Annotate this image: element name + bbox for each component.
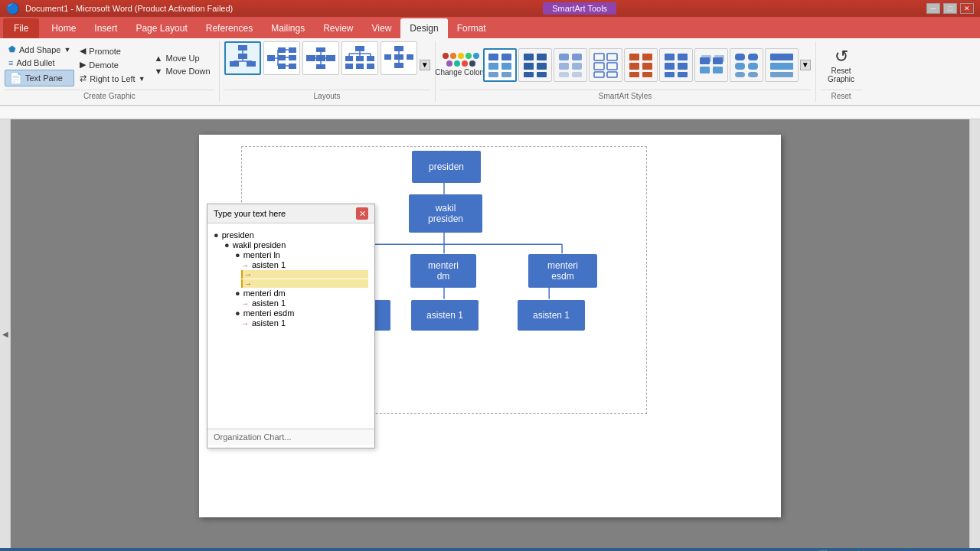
- org-node-menteri-dm[interactable]: menteridm: [410, 254, 476, 288]
- move-up-button[interactable]: ▲ Move Up: [151, 52, 214, 64]
- tab-row: File Home Insert Page Layout References …: [0, 17, 980, 38]
- tab-home[interactable]: Home: [42, 18, 85, 38]
- org-node-wakil-presiden[interactable]: wakilpresiden: [409, 194, 482, 233]
- tab-view[interactable]: View: [363, 18, 401, 38]
- svg-rect-79: [665, 63, 675, 70]
- org-node-menteri-esdm[interactable]: menteriesdm: [528, 254, 597, 288]
- org-node-asisten-esdm1[interactable]: asisten 1: [518, 300, 585, 331]
- style-thumb-2[interactable]: [518, 48, 552, 82]
- tab-references[interactable]: References: [197, 18, 262, 38]
- right-to-left-button[interactable]: ⇄ Right to Left ▼: [76, 72, 149, 85]
- svg-rect-60: [572, 54, 582, 60]
- style-thumb-8[interactable]: [730, 48, 763, 82]
- svg-rect-51: [488, 72, 498, 77]
- styles-scroll-down[interactable]: ▼: [800, 60, 811, 70]
- left-sidebar-toggle[interactable]: ◀: [0, 119, 11, 548]
- tab-review[interactable]: Review: [314, 18, 362, 38]
- add-bullet-button[interactable]: ≡ Add Bullet: [5, 57, 74, 69]
- add-shape-button[interactable]: ⬟ Add Shape ▼: [5, 43, 74, 56]
- svg-rect-82: [678, 72, 688, 77]
- tab-file[interactable]: File: [3, 18, 39, 38]
- style-thumb-6[interactable]: [659, 48, 693, 82]
- svg-rect-64: [572, 72, 582, 77]
- style-thumb-3[interactable]: [554, 48, 587, 82]
- svg-rect-67: [594, 63, 604, 70]
- layouts-scroll-down[interactable]: ▼: [420, 60, 430, 70]
- ribbon: ⬟ Add Shape ▼ ≡ Add Bullet 📄 Text Pane ◀…: [0, 38, 980, 106]
- change-colors-button[interactable]: Change Colors: [440, 50, 482, 80]
- title-text: Document1 - Microsoft Word (Product Acti…: [25, 4, 233, 13]
- svg-rect-9: [278, 47, 286, 53]
- tab-page-layout[interactable]: Page Layout: [126, 18, 196, 38]
- text-pane-item-menteri-ln[interactable]: ● menteri ln: [235, 250, 368, 259]
- add-shape-dropdown-icon[interactable]: ▼: [64, 46, 70, 54]
- style-thumb-9[interactable]: [765, 48, 799, 82]
- text-pane-icon: 📄: [9, 72, 22, 84]
- window-controls[interactable]: ─ □ ✕: [926, 3, 974, 14]
- tab-design[interactable]: Design: [400, 18, 447, 38]
- org-node-presiden[interactable]: presiden: [412, 151, 481, 183]
- text-pane-item-presiden[interactable]: ● presiden: [214, 230, 368, 240]
- status-bar: Page: 1 of 1 Words: 0 ✓ English (U.S.) 📄…: [0, 548, 980, 551]
- svg-rect-63: [559, 72, 569, 77]
- tab-insert[interactable]: Insert: [85, 18, 126, 38]
- layout-thumb-3[interactable]: [302, 41, 339, 75]
- svg-rect-78: [678, 54, 688, 60]
- style-thumb-7[interactable]: [694, 48, 728, 82]
- text-pane-item-asisten1-ln[interactable]: → asisten 1: [241, 260, 368, 269]
- demote-button[interactable]: ▶ Demote: [76, 58, 149, 71]
- svg-rect-49: [488, 63, 498, 70]
- text-pane-item-asisten1-dm[interactable]: → asisten 1: [241, 298, 368, 308]
- layout-thumb-1[interactable]: [224, 41, 261, 75]
- text-pane-item-menteri-dm[interactable]: ● menteri dm: [235, 289, 368, 298]
- text-pane-item-arrow2[interactable]: →: [241, 279, 368, 288]
- svg-rect-34: [345, 56, 353, 61]
- svg-rect-53: [524, 54, 534, 60]
- svg-rect-57: [524, 72, 534, 77]
- style-thumb-1[interactable]: [483, 48, 517, 82]
- layout-thumb-5[interactable]: [381, 41, 417, 75]
- svg-rect-65: [594, 54, 604, 60]
- text-pane-item-wakil-presiden[interactable]: ● wakil presiden: [224, 240, 368, 249]
- reset-graphic-button[interactable]: ↺ Reset Graphic: [821, 44, 862, 86]
- layout-thumb-2[interactable]: [263, 41, 300, 75]
- svg-rect-70: [607, 72, 617, 77]
- create-graphic-group: ⬟ Add Shape ▼ ≡ Add Bullet 📄 Text Pane ◀…: [0, 41, 220, 102]
- text-pane-item-asisten1-esdm[interactable]: → asisten 1: [241, 318, 368, 328]
- document-area[interactable]: presiden wakilpresiden menteri ln menter…: [11, 119, 969, 548]
- smartart-badge: SmartArt Tools: [543, 2, 616, 15]
- svg-rect-50: [501, 63, 511, 70]
- tab-mailings[interactable]: Mailings: [262, 18, 314, 38]
- org-node-asisten-dm1[interactable]: asisten 1: [411, 300, 479, 331]
- style-thumb-5[interactable]: [624, 48, 658, 82]
- style-thumb-4[interactable]: [589, 48, 622, 82]
- svg-rect-76: [642, 72, 652, 77]
- close-btn[interactable]: ✕: [960, 3, 974, 14]
- layout-thumb-4[interactable]: [341, 41, 378, 75]
- promote-button[interactable]: ◀ Promote: [76, 44, 149, 57]
- text-pane-content[interactable]: ● presiden ● wakil presiden ● menteri ln…: [207, 223, 374, 429]
- move-down-button[interactable]: ▼ Move Down: [151, 65, 214, 77]
- svg-rect-55: [524, 63, 534, 70]
- svg-rect-0: [238, 45, 247, 51]
- svg-rect-35: [356, 56, 364, 61]
- text-pane-button[interactable]: 📄 Text Pane: [5, 70, 74, 86]
- svg-rect-92: [735, 63, 745, 70]
- add-bullet-icon: ≡: [8, 58, 13, 67]
- text-pane-item-arrow1[interactable]: →: [241, 270, 368, 279]
- minimize-btn[interactable]: ─: [926, 3, 940, 14]
- svg-rect-95: [748, 72, 758, 77]
- text-pane: Type your text here ✕ ● presiden ● wakil…: [207, 204, 375, 448]
- svg-rect-93: [748, 63, 758, 70]
- maximize-btn[interactable]: □: [943, 3, 957, 14]
- svg-rect-17: [289, 55, 296, 60]
- svg-rect-66: [607, 54, 617, 60]
- svg-rect-26: [306, 55, 315, 61]
- svg-rect-69: [594, 72, 604, 77]
- svg-rect-45: [384, 54, 391, 60]
- text-pane-close-button[interactable]: ✕: [356, 207, 368, 220]
- main-area: ◀: [0, 119, 980, 548]
- svg-rect-11: [278, 64, 286, 69]
- text-pane-item-menteri-esdm[interactable]: ● menteri esdm: [235, 308, 368, 318]
- tab-format[interactable]: Format: [448, 18, 495, 38]
